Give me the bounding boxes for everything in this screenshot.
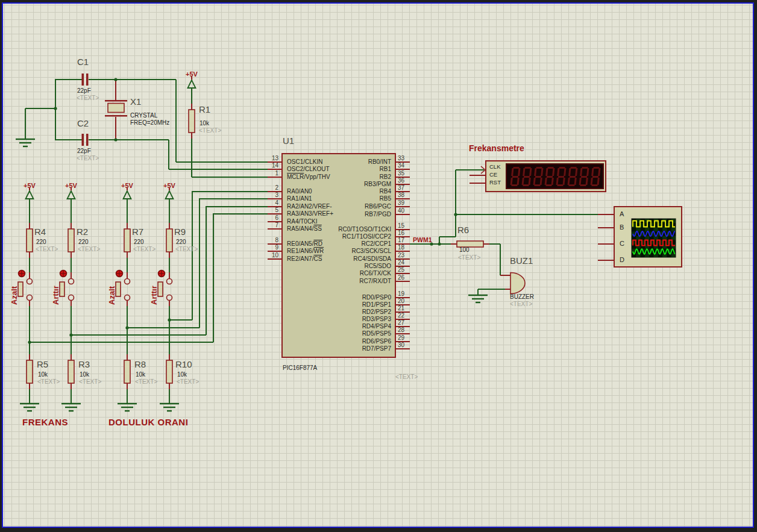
crystal-symbol[interactable] [105, 100, 127, 117]
junction-dot [28, 340, 31, 343]
seven-segment-digit [544, 167, 554, 186]
push-button[interactable] [158, 271, 172, 307]
ground-symbol [468, 295, 488, 302]
oscilloscope-screen [632, 219, 676, 257]
push-button[interactable] [18, 271, 33, 307]
junction-dot [54, 107, 57, 110]
resistor-symbol[interactable] [166, 354, 172, 389]
capacitor-symbol[interactable] [82, 74, 89, 86]
resistor-symbol[interactable] [68, 223, 74, 258]
seven-segment-digit [510, 167, 520, 186]
resistor-symbol[interactable] [27, 354, 33, 389]
seven-segment-digit [579, 167, 589, 186]
ground-symbol [16, 139, 35, 146]
resistor-symbol[interactable] [124, 354, 130, 389]
mcu-body[interactable] [282, 154, 395, 357]
resistor-symbol[interactable] [451, 241, 489, 247]
resistor-symbol[interactable] [68, 354, 74, 389]
seven-segment-display[interactable] [506, 163, 604, 189]
junction-dot [438, 242, 441, 245]
seven-segment-digit [556, 167, 566, 186]
resistor-symbol[interactable] [124, 223, 130, 258]
push-button[interactable] [60, 271, 74, 307]
power-arrow-icon [188, 77, 196, 88]
buzzer-symbol[interactable] [500, 273, 525, 294]
seven-segment-digit [533, 167, 543, 186]
ground-symbol [160, 404, 179, 411]
junction-dot [114, 138, 117, 141]
resistor-symbol[interactable] [166, 223, 172, 258]
schematic-graphics [0, 0, 757, 532]
push-button[interactable] [116, 271, 130, 307]
power-arrow-icon [68, 187, 75, 199]
power-arrow-icon [26, 187, 34, 199]
junction-dot [168, 318, 171, 321]
power-arrow-icon [166, 187, 174, 199]
capacitor-symbol[interactable] [82, 134, 89, 146]
ground-symbol [61, 404, 81, 411]
resistor-symbol[interactable] [27, 223, 33, 258]
junction-dot [125, 326, 128, 329]
ground-symbol [20, 404, 39, 411]
junction-dot [114, 78, 117, 81]
junction-dot [69, 333, 72, 336]
ground-symbol [118, 404, 137, 411]
junction-dot [430, 242, 433, 245]
seven-segment-digit [567, 167, 577, 186]
proteus-schematic-canvas: { "colors":{ "sheet_bg":"#e4e4d6","grid_… [0, 0, 757, 532]
junction-dot [454, 213, 457, 216]
seven-segment-digit [521, 167, 532, 186]
resistor-symbol[interactable] [189, 104, 195, 139]
power-arrow-icon [124, 187, 131, 199]
scope-trace-c [633, 240, 675, 246]
seven-segment-digit [590, 167, 600, 186]
